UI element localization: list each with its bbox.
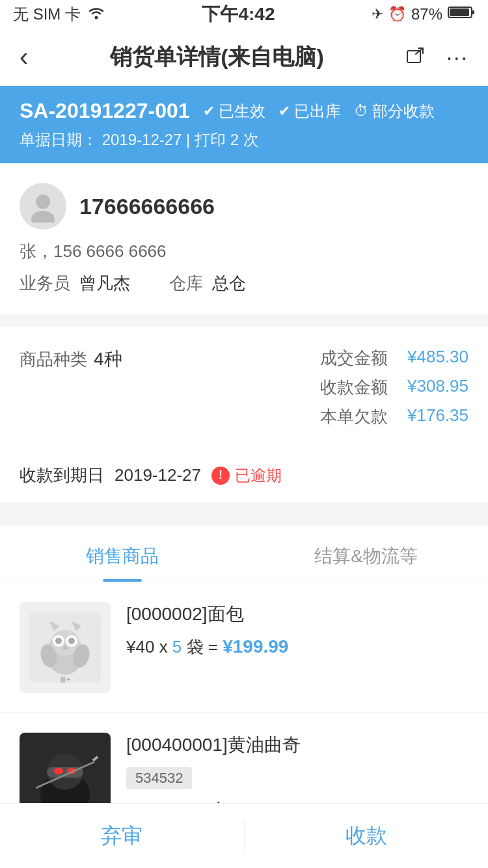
svg-point-6 (36, 195, 50, 209)
status-left: 无 SIM 卡 (13, 4, 105, 25)
svg-point-7 (31, 211, 55, 223)
cancel-button[interactable]: 弃审 (0, 809, 244, 863)
amount-summary: 成交金额 ¥485.30 收款金额 ¥308.95 本单欠款 ¥176.35 (320, 347, 468, 428)
check-icon-active: ✔ (203, 103, 215, 120)
warehouse-item: 仓库 总仓 (169, 272, 246, 295)
confirm-button[interactable]: 收款 (245, 809, 489, 863)
warehouse-value: 总仓 (212, 272, 246, 295)
wifi-icon (87, 5, 105, 23)
customer-phone: 17666666666 (79, 194, 215, 219)
status-bar: 无 SIM 卡 下午4:42 ✈ ⏰ 87% (0, 0, 488, 29)
sales-rep-value: 曾凡杰 (79, 272, 130, 295)
due-date-value: 2019-12-27 (115, 465, 201, 485)
check-icon-shipped: ✔ (278, 103, 290, 120)
due-label: 收款到期日 (20, 464, 104, 487)
tab-sales-products[interactable]: 销售商品 (0, 526, 244, 582)
product-details-1: [0000002]面包 ¥40 x 5 袋 = ¥199.99 (126, 602, 468, 693)
order-header: SA-20191227-001 ✔ 已生效 ✔ 已出库 ⏱ 部分收款 单据日期：… (0, 86, 488, 163)
collected-label: 收款金额 (320, 376, 388, 399)
warehouse-label: 仓库 (169, 272, 203, 295)
product-type-value: 4种 (94, 347, 122, 372)
deal-amount-item: 成交金额 ¥485.30 (320, 347, 468, 370)
collected-value: ¥308.95 (407, 376, 468, 399)
carrier-label: 无 SIM 卡 (13, 4, 81, 25)
tab-settlement[interactable]: 结算&物流等 (244, 526, 488, 582)
overdue-badge: ! 已逾期 (211, 465, 282, 486)
sales-rep-label: 业务员 (20, 272, 70, 295)
product-qty-1: 5 (172, 637, 182, 657)
order-id: SA-20191227-001 (20, 99, 190, 123)
back-button[interactable]: ‹ (20, 42, 28, 72)
avatar (20, 183, 66, 230)
owed-value: ¥176.35 (407, 405, 468, 428)
svg-point-13 (55, 638, 62, 644)
status-shipped: ✔ 已出库 (278, 101, 341, 122)
nav-right-actions: ··· (406, 44, 468, 70)
overdue-icon: ! (211, 467, 230, 485)
status-right: ✈ ⏰ 87% (372, 5, 475, 23)
product-total-1: ¥199.99 (223, 636, 288, 657)
summary-section: 商品种类 4种 成交金额 ¥485.30 收款金额 ¥308.95 本单欠款 ¥… (0, 327, 488, 448)
more-icon[interactable]: ··· (446, 44, 468, 70)
status-active: ✔ 已生效 (203, 101, 265, 122)
svg-point-0 (95, 16, 98, 20)
battery-icon (448, 5, 475, 23)
due-section: 收款到期日 2019-12-27 ! 已逾期 (0, 448, 488, 502)
product-image-1: 量+ (20, 602, 111, 693)
svg-rect-2 (450, 8, 469, 16)
product-name-2: [000400001]黄油曲奇 (126, 733, 468, 757)
product-name-1: [0000002]面包 (126, 602, 468, 627)
svg-text:量+: 量+ (60, 676, 70, 683)
customer-meta: 业务员 曾凡杰 仓库 总仓 (20, 272, 468, 295)
svg-point-25 (54, 768, 63, 774)
owed-label: 本单欠款 (320, 405, 388, 428)
order-date-line: 单据日期： 2019-12-27 | 打印 2 次 (20, 129, 468, 150)
product-price-1: ¥40 x 5 袋 = ¥199.99 (126, 636, 468, 658)
status-time: 下午4:42 (202, 2, 275, 27)
customer-section: 17666666666 张，156 6666 6666 业务员 曾凡杰 仓库 总… (0, 163, 488, 314)
owed-item: 本单欠款 ¥176.35 (320, 405, 468, 428)
status-partial: ⏱ 部分收款 (354, 101, 435, 122)
share-icon[interactable] (406, 44, 427, 70)
battery-label: 87% (411, 5, 442, 23)
location-icon: ✈ (372, 6, 383, 23)
svg-point-14 (68, 638, 75, 644)
product-tag-2: 534532 (126, 767, 192, 789)
nav-bar: ‹ 销货单详情(来自电脑) ··· (0, 29, 488, 86)
sales-rep-item: 业务员 曾凡杰 (20, 272, 130, 295)
overdue-text: 已逾期 (235, 465, 282, 486)
bottom-bar: 弃审 收款 (0, 803, 488, 868)
divider-1 (0, 314, 488, 327)
svg-rect-3 (472, 10, 474, 14)
deal-amount-label: 成交金额 (320, 347, 388, 370)
customer-name: 张，156 6666 6666 (20, 240, 468, 263)
alarm-icon: ⏰ (388, 6, 406, 23)
divider-2 (0, 502, 488, 515)
product-count-area: 商品种类 4种 (20, 347, 122, 372)
product-item-1: 量+ [0000002]面包 ¥40 x 5 袋 = ¥199.99 (0, 582, 488, 713)
clock-icon: ⏱ (354, 103, 368, 120)
product-type-label: 商品种类 (20, 348, 87, 371)
collected-item: 收款金额 ¥308.95 (320, 376, 468, 399)
deal-amount-value: ¥485.30 (407, 347, 468, 370)
page-title: 销货单详情(来自电脑) (110, 42, 324, 72)
tabs: 销售商品 结算&物流等 (0, 526, 488, 582)
